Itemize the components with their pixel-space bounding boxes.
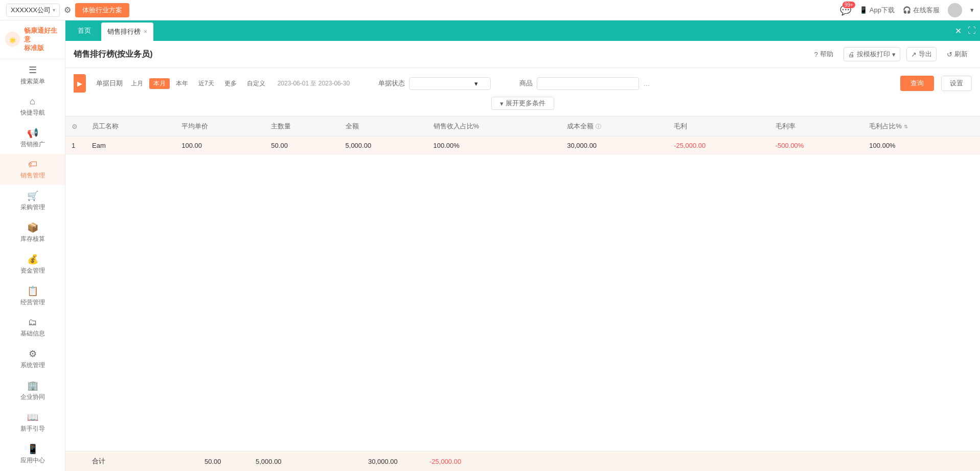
date-tab-7days[interactable]: 近7天 xyxy=(194,78,218,89)
export-button[interactable]: ↗ 导出 xyxy=(906,47,937,61)
company-selector[interactable]: XXXXXX公司 ▾ xyxy=(6,4,60,17)
status-label: 单据状态 xyxy=(378,79,405,88)
goods-more-icon[interactable]: … xyxy=(643,80,650,87)
tab-sales-ranking[interactable]: 销售排行榜 × xyxy=(101,23,153,41)
refresh-icon: ↺ xyxy=(947,51,952,58)
date-label: 单据日期 xyxy=(96,79,123,88)
guide-icon: 📖 xyxy=(27,412,38,423)
online-service-link[interactable]: 🎧 在线客服 xyxy=(903,6,940,15)
col-sales-pct: 销售收入占比% xyxy=(427,117,561,137)
sidebar-item-operation[interactable]: 📋 经营管理 xyxy=(0,280,65,312)
sidebar-item-marketing[interactable]: 📢 营销推广 xyxy=(0,122,65,154)
expand-icon: ▾ xyxy=(500,100,504,107)
date-tab-this-year[interactable]: 本年 xyxy=(172,78,192,89)
col-amount: 全额 xyxy=(339,117,427,137)
col-quantity: 主数量 xyxy=(265,117,339,137)
tab-home[interactable]: 首页 xyxy=(70,20,99,41)
col-settings[interactable]: ⚙ xyxy=(65,117,86,137)
refresh-button[interactable]: ↺ 刷新 xyxy=(943,48,972,61)
cell-amount: 5,000.00 xyxy=(339,137,427,155)
message-icon[interactable]: 💬 99+ xyxy=(840,5,851,16)
logo-icon: 🌟 xyxy=(4,30,21,49)
finance-icon: 💰 xyxy=(27,254,38,265)
status-select[interactable]: ▾ xyxy=(409,77,491,90)
top-bar-left: XXXXXX公司 ▾ ⚙ 体验行业方案 xyxy=(6,3,836,17)
sidebar-item-quick-nav[interactable]: ⌂ 快捷导航 xyxy=(0,91,65,122)
cell-gross-pct: 100.00% xyxy=(863,137,980,155)
expand-row: ▾ 展开更多条件 xyxy=(74,97,972,110)
settings-icon[interactable]: ⚙ xyxy=(64,5,71,15)
print-button[interactable]: 🖨 按模板打印 ▾ xyxy=(844,47,900,61)
app-download-link[interactable]: 📱 App下载 xyxy=(859,6,895,15)
gross-pct-sort-icon: ⇅ xyxy=(904,124,908,129)
date-tab-custom[interactable]: 自定义 xyxy=(243,78,269,89)
help-button[interactable]: ? 帮助 xyxy=(810,48,837,61)
sales-icon: 🏷 xyxy=(28,159,37,170)
goods-input[interactable] xyxy=(537,77,639,90)
date-filter: 单据日期 上月 本月 本年 近7天 更多 自定义 xyxy=(96,78,269,89)
sidebar-item-inventory[interactable]: 📦 库存核算 xyxy=(0,217,65,249)
table-footer: 合计 50.00 5,000.00 30,000.00 -25,000.00 xyxy=(65,451,980,471)
print-icon: 🖨 xyxy=(848,51,855,58)
sidebar: 🌟 畅康通好生意 标准版 ☰ 搜索菜单 ⌂ 快捷导航 📢 营销推广 🏷 销售管理… xyxy=(0,20,65,471)
svg-text:🌟: 🌟 xyxy=(9,37,16,43)
tab-bar-close-icon[interactable]: ✕ xyxy=(955,26,962,36)
sidebar-item-app-center[interactable]: 📱 应用中心 xyxy=(0,438,65,470)
table-wrapper[interactable]: ⚙ 员工名称 平均单价 主数量 全额 销售收入占比% 成本全额 ⓘ xyxy=(65,117,980,451)
tab-bar-fullscreen-icon[interactable]: ⛶ xyxy=(968,26,976,35)
tab-close-icon[interactable]: × xyxy=(144,28,147,35)
page-content: 销售排行榜(按业务员) ? 帮助 🖨 按模板打印 ▾ ↗ 导出 xyxy=(65,41,980,471)
content-area: 首页 销售排行榜 × ✕ ⛶ 销售排行榜(按业务员) ? 帮助 xyxy=(65,20,980,471)
cell-sales-pct: 100.00% xyxy=(427,137,561,155)
footer-quantity: 50.00 xyxy=(198,458,249,465)
column-settings-icon[interactable]: ⚙ xyxy=(72,123,78,130)
marketing-icon: 📢 xyxy=(27,127,38,139)
sidebar-item-basic-info[interactable]: 🗂 基础信息 xyxy=(0,312,65,343)
enterprise-icon: 🏢 xyxy=(27,380,38,391)
query-button[interactable]: 查询 xyxy=(900,76,934,91)
sidebar-item-system[interactable]: ⚙ 系统管理 xyxy=(0,343,65,375)
col-avg-price: 平均单价 xyxy=(175,117,265,137)
msg-badge: 99+ xyxy=(842,2,855,8)
page-title: 销售排行榜(按业务员) xyxy=(74,49,153,60)
data-table: ⚙ 员工名称 平均单价 主数量 全额 销售收入占比% 成本全额 ⓘ xyxy=(65,117,980,155)
cell-name: Eam xyxy=(86,137,175,155)
date-tab-last-month[interactable]: 上月 xyxy=(127,78,147,89)
system-icon: ⚙ xyxy=(29,348,37,360)
settings-small-button[interactable]: 设置 xyxy=(941,76,972,91)
tab-label: 销售排行榜 xyxy=(107,27,141,36)
footer-amount: 5,000.00 xyxy=(249,458,301,465)
col-gross: 毛利 xyxy=(668,117,769,137)
date-tab-more[interactable]: 更多 xyxy=(220,78,241,89)
inventory-icon: 📦 xyxy=(27,222,38,233)
sidebar-item-purchase[interactable]: 🛒 采购管理 xyxy=(0,185,65,217)
cell-rank: 1 xyxy=(65,137,86,155)
app-center-icon: 📱 xyxy=(27,443,38,455)
basic-info-icon: 🗂 xyxy=(28,317,37,328)
sidebar-item-sales[interactable]: 🏷 销售管理 xyxy=(0,154,65,185)
avatar[interactable] xyxy=(948,3,962,17)
col-name: 员工名称 xyxy=(86,117,175,137)
headset-icon: 🎧 xyxy=(903,6,911,14)
help-icon: ? xyxy=(814,51,818,58)
sidebar-item-finance[interactable]: 💰 资金管理 xyxy=(0,249,65,280)
search-icon: ☰ xyxy=(29,64,37,76)
print-chevron-icon: ▾ xyxy=(892,51,896,58)
trial-button[interactable]: 体验行业方案 xyxy=(75,3,129,17)
cell-gross: -25,000.00 xyxy=(668,137,769,155)
tab-bar: 首页 销售排行榜 × ✕ ⛶ xyxy=(65,20,980,41)
user-name[interactable]: ▾ xyxy=(970,6,974,14)
page-actions: ? 帮助 🖨 按模板打印 ▾ ↗ 导出 ↺ 刷新 xyxy=(810,47,972,61)
table-area: ⚙ 员工名称 平均单价 主数量 全额 销售收入占比% 成本全额 ⓘ xyxy=(65,117,980,471)
expand-conditions-button[interactable]: ▾ 展开更多条件 xyxy=(491,97,554,110)
sidebar-item-guide[interactable]: 📖 新手引导 xyxy=(0,407,65,438)
company-name: XXXXXX公司 xyxy=(11,6,51,15)
footer-label: 合计 xyxy=(86,457,147,466)
main-layout: 🌟 畅康通好生意 标准版 ☰ 搜索菜单 ⌂ 快捷导航 📢 营销推广 🏷 销售管理… xyxy=(0,20,980,471)
date-tab-this-month[interactable]: 本月 xyxy=(149,78,170,89)
sidebar-item-enterprise[interactable]: 🏢 企业协同 xyxy=(0,375,65,407)
filter-collapse-arrow[interactable]: ▶ xyxy=(74,74,86,93)
date-range-text: 2023-06-01 至 2023-06-30 xyxy=(278,79,350,88)
sidebar-item-search-order[interactable]: ☰ 搜索菜单 xyxy=(0,59,65,91)
goods-label: 商品 xyxy=(519,79,533,88)
